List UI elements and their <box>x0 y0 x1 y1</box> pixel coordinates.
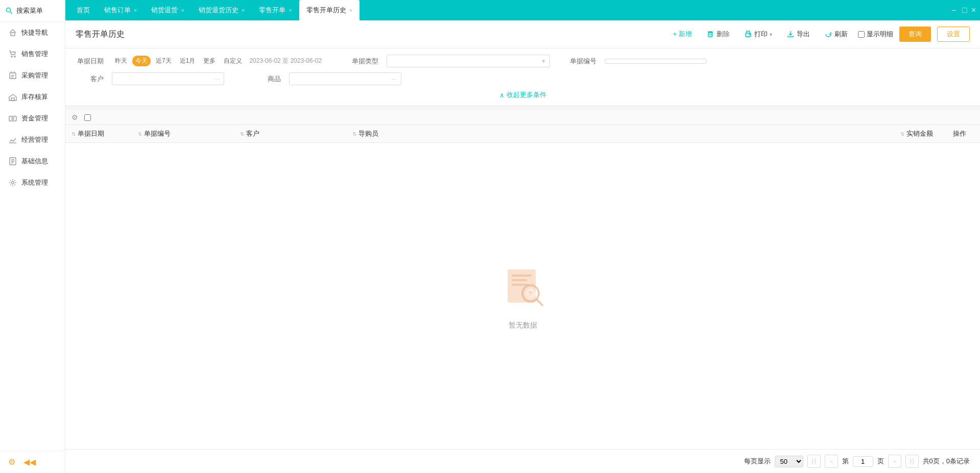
search-menu-label: 搜索菜单 <box>16 6 43 15</box>
query-btn[interactable]: 查询 <box>899 27 931 42</box>
next-page-btn[interactable]: ＞ <box>888 455 901 468</box>
show-detail-toggle[interactable]: 显示明细 <box>858 30 893 39</box>
sort-no-icon[interactable]: ⇅ <box>138 131 142 137</box>
no-input[interactable] <box>605 59 707 64</box>
sort-customer-icon[interactable]: ⇅ <box>240 131 244 137</box>
home-icon <box>8 28 17 37</box>
delete-btn[interactable]: 删除 <box>702 28 734 41</box>
tab-retail-open-close[interactable]: × <box>289 7 292 13</box>
sidebar-footer: ⚙ ◀◀ <box>0 451 65 473</box>
th-guide: ⇅ 导购员 <box>346 129 408 138</box>
tab-retail-open[interactable]: 零售开单 × <box>252 0 299 20</box>
tab-retail-open-history-label: 零售开单历史 <box>306 6 346 15</box>
th-date: ⇅ 单据日期 <box>65 129 132 138</box>
customer-picker-icon[interactable]: ··· <box>214 75 220 83</box>
sidebar-item-label: 快捷导航 <box>21 28 48 37</box>
page-number-input[interactable] <box>853 456 873 467</box>
shortcut-custom[interactable]: 自定义 <box>221 56 245 66</box>
window-maximize-btn[interactable]: □ <box>962 6 967 15</box>
sort-date-icon[interactable]: ⇅ <box>71 131 76 137</box>
print-dropdown-icon[interactable]: ▾ <box>770 32 772 37</box>
filter-row-2: 客户 ··· 商品 ··· <box>76 72 970 85</box>
sidebar-item-kucun[interactable]: 库存核算 <box>0 86 65 108</box>
tab-sales-return[interactable]: 销货退货 × <box>144 0 191 20</box>
window-minimize-btn[interactable]: － <box>950 5 958 16</box>
svg-rect-11 <box>708 33 712 37</box>
show-detail-checkbox[interactable] <box>858 31 865 38</box>
shortcut-today[interactable]: 今天 <box>132 56 151 66</box>
tab-retail-open-history[interactable]: 零售开单历史 × <box>299 0 360 20</box>
sidebar-item-zijin[interactable]: 资金管理 <box>0 108 65 129</box>
export-icon <box>786 30 795 39</box>
tab-sales-return-history-label: 销货退货历史 <box>199 6 238 15</box>
sort-amount-icon[interactable]: ⇅ <box>900 131 904 137</box>
type-select[interactable]: ▾ <box>387 55 550 67</box>
first-page-btn[interactable]: ⟨⟨ <box>807 455 821 468</box>
setting-btn[interactable]: 设置 <box>937 27 970 42</box>
delete-icon <box>706 30 714 39</box>
tab-sales-return-history[interactable]: 销货退货历史 × <box>192 0 252 20</box>
tab-home[interactable]: 首页 <box>69 0 97 20</box>
collapse-filter-btn[interactable]: ∧ 收起更多条件 <box>76 90 970 99</box>
svg-rect-18 <box>512 275 532 277</box>
empty-icon: ? <box>497 262 548 313</box>
shortcut-yesterday[interactable]: 昨天 <box>112 56 130 66</box>
tab-sales-return-label: 销货退货 <box>151 6 178 15</box>
tab-bar-actions: － □ × <box>950 5 976 16</box>
collapse-label: 收起更多条件 <box>507 90 546 99</box>
main-content: 首页 销售订单 × 销货退货 × 销货退货历史 × 零售开单 × 零售开单历史 … <box>65 0 980 473</box>
sidebar-item-label: 采购管理 <box>21 71 48 80</box>
svg-rect-6 <box>11 98 14 101</box>
collapse-sidebar-icon[interactable]: ◀◀ <box>23 457 36 467</box>
settings-footer-icon[interactable]: ⚙ <box>8 457 15 467</box>
shortcut-more[interactable]: 更多 <box>200 56 219 66</box>
sidebar-item-kuaijie[interactable]: 快捷导航 <box>0 22 65 43</box>
export-btn[interactable]: 导出 <box>782 28 814 41</box>
tab-sales-order[interactable]: 销售订单 × <box>97 0 144 20</box>
total-label: 共0页，0条记录 <box>923 457 970 466</box>
th-no-label: 单据编号 <box>144 129 171 138</box>
last-page-btn[interactable]: ⟩⟩ <box>905 455 919 468</box>
sidebar-item-jingying[interactable]: 经营管理 <box>0 129 65 151</box>
sidebar-item-caigou[interactable]: 采购管理 <box>0 65 65 86</box>
th-amount-label: 实销金额 <box>906 129 933 138</box>
type-filter-label: 单据类型 <box>350 57 378 66</box>
table-config-icon[interactable]: ⚙ <box>71 113 78 121</box>
goods-picker-icon[interactable]: ··· <box>391 75 397 83</box>
window-close-btn[interactable]: × <box>971 6 976 15</box>
tab-retail-open-history-close[interactable]: × <box>349 7 352 13</box>
shortcut-1month[interactable]: 近1月 <box>177 56 199 66</box>
sidebar-item-xiaoshou[interactable]: 销售管理 <box>0 43 65 65</box>
sort-guide-icon[interactable]: ⇅ <box>352 131 356 137</box>
page-label-before: 第 <box>842 457 849 466</box>
prev-page-btn[interactable]: ＜ <box>825 455 838 468</box>
sidebar-item-xitong[interactable]: 系统管理 <box>0 172 65 193</box>
search-icon <box>5 7 13 15</box>
goods-input[interactable]: ··· <box>289 72 401 85</box>
svg-rect-7 <box>9 116 16 121</box>
shortcut-7days[interactable]: 近7天 <box>153 56 175 66</box>
add-btn[interactable]: + 新增 <box>669 28 696 41</box>
th-action-label: 操作 <box>953 129 966 138</box>
search-menu-btn[interactable]: 搜索菜单 <box>0 0 65 22</box>
sidebar-item-label: 销售管理 <box>21 49 48 59</box>
th-guide-label: 导购员 <box>358 129 378 138</box>
toolbar: + 新增 删除 <box>669 27 970 42</box>
tab-sales-return-history-close[interactable]: × <box>242 7 245 13</box>
page-size-select[interactable]: 50 10 20 100 <box>775 456 803 467</box>
print-btn[interactable]: 打印 ▾ <box>740 28 776 41</box>
tab-sales-return-close[interactable]: × <box>181 7 184 13</box>
customer-input[interactable]: ··· <box>112 72 224 85</box>
export-label: 导出 <box>797 30 810 39</box>
th-no: ⇅ 单据编号 <box>132 129 234 138</box>
tab-sales-order-close[interactable]: × <box>134 7 137 13</box>
refresh-btn[interactable]: 刷新 <box>820 28 852 41</box>
th-customer: ⇅ 客户 <box>234 129 346 138</box>
svg-point-8 <box>12 118 14 120</box>
select-all-checkbox[interactable] <box>84 114 91 121</box>
delete-label: 删除 <box>716 30 730 39</box>
tab-retail-open-label: 零售开单 <box>259 6 285 15</box>
svg-point-4 <box>14 56 15 57</box>
page-label-after: 页 <box>877 457 884 466</box>
sidebar-item-jichu[interactable]: 基础信息 <box>0 151 65 172</box>
